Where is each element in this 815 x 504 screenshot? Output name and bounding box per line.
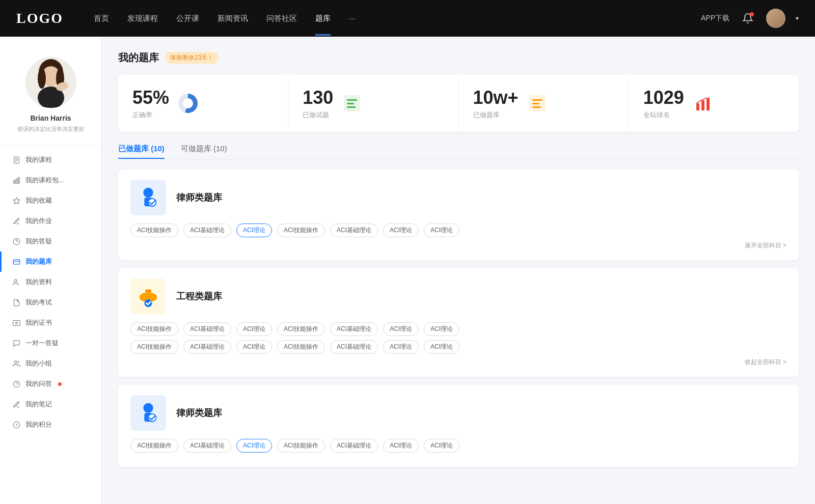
sidebar-item-exam[interactable]: 我的考试 (0, 292, 101, 313)
tag-2-3[interactable]: ACI技能操作 (277, 322, 325, 336)
tag-2-7[interactable]: ACI技能操作 (130, 340, 178, 354)
qa-icon (12, 237, 20, 245)
stat-accuracy-text: 55% 正确率 (132, 87, 169, 120)
page-header: 我的题库 体验剩余23天！ (118, 51, 799, 65)
sidebar-item-homework[interactable]: 我的作业 (0, 211, 101, 231)
tag-3-6[interactable]: ACI理论 (424, 439, 459, 453)
nav-opencourse[interactable]: 公开课 (176, 14, 199, 23)
svg-rect-37 (707, 98, 710, 110)
collapse-link-2[interactable]: 收起全部科目 > (130, 358, 786, 367)
tag-3-4[interactable]: ACI基础理论 (330, 439, 378, 453)
bank-icon (12, 258, 20, 266)
tag-2-13[interactable]: ACI理论 (424, 340, 459, 354)
sidebar-label-profile: 我的资料 (25, 277, 52, 287)
sidebar-item-myqa[interactable]: 我的问答 (0, 374, 101, 394)
tag-2-0[interactable]: ACI技能操作 (130, 322, 178, 336)
sidebar-item-1on1[interactable]: 一对一答疑 (0, 333, 101, 353)
nav-home[interactable]: 首页 (94, 14, 109, 23)
svg-point-3 (38, 68, 46, 89)
nav-news[interactable]: 新闻资讯 (218, 14, 248, 23)
svg-point-44 (144, 299, 152, 307)
cert-icon (12, 319, 20, 327)
qbank-title-2: 工程类题库 (176, 290, 222, 302)
tag-3-1[interactable]: ACI基础理论 (183, 439, 231, 453)
app-download-link[interactable]: APP下载 (701, 14, 729, 23)
nav-bank[interactable]: 题库 (315, 14, 331, 23)
tag-1-3[interactable]: ACI技能操作 (277, 223, 325, 237)
stat-rank-label: 全站排名 (643, 110, 684, 120)
tag-2-11[interactable]: ACI基础理论 (330, 340, 378, 354)
sidebar-username: Brian Harris (8, 114, 93, 122)
tag-1-4[interactable]: ACI基础理论 (330, 223, 378, 237)
sidebar-label-group: 我的小组 (25, 359, 52, 368)
stat-done-q-value: 130 (303, 87, 333, 108)
sidebar-item-group[interactable]: 我的小组 (0, 353, 101, 374)
exam-icon (12, 298, 20, 306)
qbank-header-2: 工程类题库 (130, 278, 786, 314)
tag-1-1[interactable]: ACI基础理论 (183, 223, 231, 237)
tag-2-12[interactable]: ACI理论 (383, 340, 419, 354)
tag-2-10[interactable]: ACI技能操作 (277, 340, 325, 354)
tag-2-4[interactable]: ACI基础理论 (330, 322, 378, 336)
tag-1-5[interactable]: ACI理论 (383, 223, 419, 237)
svg-rect-21 (13, 320, 20, 325)
sidebar-menu: 我的课程 我的课程包... 我的收藏 我的作业 (0, 150, 101, 435)
sidebar-item-coursepack[interactable]: 我的课程包... (0, 170, 101, 190)
qbank-card-1: 律师类题库 ACI技能操作 ACI基础理论 ACI理论 ACI技能操作 ACI基… (118, 170, 799, 260)
tag-1-0[interactable]: ACI技能操作 (130, 223, 178, 237)
list-green-icon (341, 93, 363, 114)
stat-done-b-text: 10w+ 已做题库 (473, 87, 519, 120)
tag-3-2[interactable]: ACI理论 (236, 439, 272, 453)
sidebar-item-notes[interactable]: 我的笔记 (0, 394, 101, 414)
avatar[interactable] (766, 9, 785, 28)
sidebar-avatar (25, 57, 76, 108)
sidebar-item-collection[interactable]: 我的收藏 (0, 190, 101, 211)
svg-rect-34 (532, 106, 541, 108)
sidebar-item-points[interactable]: 我的积分 (0, 414, 101, 435)
expand-link-1[interactable]: 展开全部科目 > (130, 241, 786, 250)
logo: LOGO (16, 10, 63, 26)
sidebar-item-course[interactable]: 我的课程 (0, 150, 101, 170)
tag-3-3[interactable]: ACI技能操作 (277, 439, 325, 453)
navbar-right: APP下载 ▾ (701, 9, 799, 28)
qbank-header-3: 律师类题库 (130, 395, 786, 431)
tag-2-5[interactable]: ACI理论 (383, 322, 419, 336)
svg-point-45 (143, 403, 153, 413)
tag-1-2[interactable]: ACI理论 (236, 223, 272, 237)
lawyer-icon-1 (130, 180, 166, 215)
svg-rect-35 (696, 103, 699, 110)
stat-accuracy-value: 55% (132, 87, 169, 108)
nav-more[interactable]: ··· (349, 14, 356, 23)
tag-2-2[interactable]: ACI理论 (236, 322, 272, 336)
stat-done-b: 10w+ 已做题库 (459, 75, 629, 132)
stats-row: 55% 正确率 130 已做试题 (118, 75, 799, 132)
tag-3-5[interactable]: ACI理论 (383, 439, 419, 453)
tag-1-6[interactable]: ACI理论 (424, 223, 459, 237)
svg-rect-14 (18, 178, 19, 183)
sidebar-label-course: 我的课程 (25, 155, 52, 164)
sidebar-label-coursepack: 我的课程包... (25, 176, 64, 185)
tag-2-1[interactable]: ACI基础理论 (183, 322, 231, 336)
tag-2-8[interactable]: ACI基础理论 (183, 340, 231, 354)
nav-discover[interactable]: 发现课程 (127, 14, 158, 23)
user-menu-chevron[interactable]: ▾ (796, 15, 799, 22)
sidebar-label-bank: 我的题库 (25, 257, 52, 266)
tag-2-9[interactable]: ACI理论 (236, 340, 272, 354)
svg-rect-32 (532, 99, 542, 101)
qbank-card-3: 律师类题库 ACI技能操作 ACI基础理论 ACI理论 ACI技能操作 ACI基… (118, 385, 799, 467)
sidebar-item-qanswer[interactable]: 我的答疑 (0, 231, 101, 251)
chat-icon (12, 339, 20, 347)
tab-done[interactable]: 已做题库 (10) (118, 144, 165, 159)
tag-3-0[interactable]: ACI技能操作 (130, 439, 178, 453)
sidebar-label-collection: 我的收藏 (25, 196, 52, 205)
sidebar-item-bank[interactable]: 我的题库 (0, 251, 101, 272)
sidebar-item-profile[interactable]: 我的资料 (0, 272, 101, 292)
notification-bell[interactable] (740, 10, 756, 26)
sidebar-label-points: 我的积分 (25, 420, 52, 429)
sidebar-item-cert[interactable]: 我的证书 (0, 313, 101, 333)
tag-2-6[interactable]: ACI理论 (424, 322, 459, 336)
svg-rect-13 (16, 179, 17, 183)
list-orange-icon (527, 93, 548, 114)
tab-todo[interactable]: 可做题库 (10) (181, 144, 227, 159)
nav-qa[interactable]: 问答社区 (266, 14, 297, 23)
